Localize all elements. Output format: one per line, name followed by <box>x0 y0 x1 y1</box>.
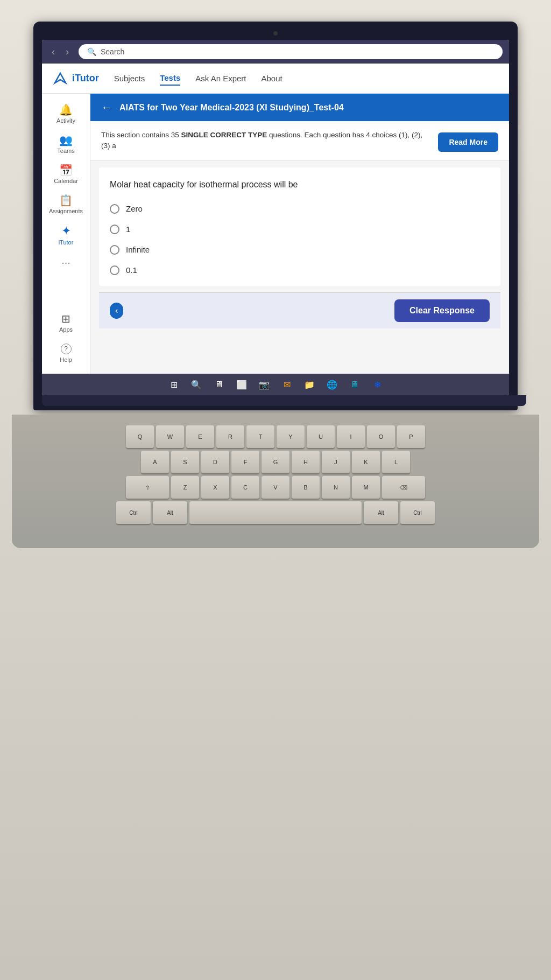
search-placeholder: Search <box>101 47 124 56</box>
key-h[interactable]: H <box>292 451 320 473</box>
option-list: Zero 1 Infinite <box>110 204 490 275</box>
key-q[interactable]: Q <box>126 425 154 448</box>
taskbar-search-icon[interactable]: 🔍 <box>189 377 204 392</box>
option-radio-d[interactable] <box>110 265 119 275</box>
test-title: AIATS for Two Year Medical-2023 (XI Stud… <box>119 103 344 113</box>
itutor-logo-icon <box>53 71 68 86</box>
taskbar-camera-icon[interactable]: 📷 <box>257 377 272 392</box>
sidebar-item-apps[interactable]: ⊞ Apps <box>45 309 88 337</box>
key-l[interactable]: L <box>382 451 410 473</box>
bottom-action-bar: ‹ Clear Response <box>99 292 500 328</box>
key-u[interactable]: U <box>307 425 335 448</box>
browser-chrome: ‹ › 🔍 Search <box>42 40 509 64</box>
key-r[interactable]: R <box>216 425 244 448</box>
key-j[interactable]: J <box>322 451 350 473</box>
sidebar-item-calendar[interactable]: 📅 Calendar <box>45 160 88 188</box>
sidebar-item-help[interactable]: ? Help <box>45 339 88 367</box>
sidebar-more[interactable]: ··· <box>57 252 75 273</box>
taskbar-edge-icon[interactable]: 🌐 <box>324 377 340 392</box>
key-alt-r[interactable]: Alt <box>364 501 398 524</box>
address-bar[interactable]: 🔍 Search <box>79 44 503 59</box>
key-backspace[interactable]: ⌫ <box>382 476 425 499</box>
taskbar-taskview-icon[interactable]: 🖥 <box>211 377 227 392</box>
chevron-left-icon: ‹ <box>115 306 118 316</box>
taskbar-dropbox-icon[interactable]: ❄ <box>370 377 385 392</box>
content-area: ← AIATS for Two Year Medical-2023 (XI St… <box>90 94 509 374</box>
key-space[interactable] <box>189 501 362 524</box>
key-c[interactable]: C <box>231 476 259 499</box>
keyboard-row-3: ⇧ Z X C V B N M ⌫ <box>33 476 518 499</box>
key-d[interactable]: D <box>201 451 229 473</box>
info-content: This section contains 35 SINGLE CORRECT … <box>101 131 422 150</box>
key-ctrl[interactable]: Ctrl <box>116 501 151 524</box>
sidebar: 🔔 Activity 👥 Teams 📅 Calendar 📋 Assignme… <box>42 94 90 374</box>
taskbar-mail-icon[interactable]: ✉ <box>279 377 294 392</box>
screen-bezel: ‹ › 🔍 Search iTutor Subjects Tests <box>33 22 518 410</box>
help-icon: ? <box>61 344 72 354</box>
key-y[interactable]: Y <box>277 425 305 448</box>
key-t[interactable]: T <box>246 425 274 448</box>
key-i[interactable]: I <box>337 425 365 448</box>
option-radio-b[interactable] <box>110 225 119 234</box>
sidebar-label-assignments: Assignments <box>49 208 83 214</box>
calendar-icon: 📅 <box>59 165 73 176</box>
app-logo: iTutor <box>53 71 99 86</box>
taskbar-start-button[interactable]: ⊞ <box>166 377 181 392</box>
back-button[interactable]: ← <box>101 101 112 114</box>
key-g[interactable]: G <box>262 451 289 473</box>
key-b[interactable]: B <box>292 476 320 499</box>
screen: ‹ › 🔍 Search iTutor Subjects Tests <box>42 40 509 395</box>
app-name: iTutor <box>72 73 99 84</box>
sidebar-item-assignments[interactable]: 📋 Assignments <box>45 191 88 219</box>
key-z[interactable]: Z <box>171 476 199 499</box>
clear-response-button[interactable]: Clear Response <box>394 299 490 322</box>
sidebar-label-help: Help <box>60 356 72 363</box>
taskbar-files-icon[interactable]: 📁 <box>302 377 317 392</box>
windows-taskbar: ⊞ 🔍 🖥 ⬜ 📷 ✉ 📁 🌐 🖥 ❄ <box>42 374 509 395</box>
key-w[interactable]: W <box>156 425 184 448</box>
key-shift[interactable]: ⇧ <box>126 476 169 499</box>
nav-subjects[interactable]: Subjects <box>114 72 145 85</box>
info-text: This section contains 35 SINGLE CORRECT … <box>101 130 438 152</box>
key-a[interactable]: A <box>141 451 169 473</box>
sidebar-label-calendar: Calendar <box>54 178 78 184</box>
nav-back-button[interactable]: ‹ <box>48 45 58 59</box>
nav-ask-expert[interactable]: Ask An Expert <box>195 72 246 85</box>
option-item-c[interactable]: Infinite <box>110 245 490 255</box>
option-item-d[interactable]: 0.1 <box>110 265 490 275</box>
app-navbar: iTutor Subjects Tests Ask An Expert Abou… <box>42 64 509 94</box>
key-e[interactable]: E <box>186 425 214 448</box>
key-o[interactable]: O <box>367 425 395 448</box>
key-f[interactable]: F <box>231 451 259 473</box>
key-m[interactable]: M <box>352 476 380 499</box>
key-v[interactable]: V <box>262 476 289 499</box>
nav-toggle-button[interactable]: ‹ <box>110 303 123 319</box>
option-label-b: 1 <box>126 225 130 234</box>
key-x[interactable]: X <box>201 476 229 499</box>
test-header-bar: ← AIATS for Two Year Medical-2023 (XI St… <box>90 94 509 121</box>
key-k[interactable]: K <box>352 451 380 473</box>
sidebar-label-itutor: iTutor <box>59 239 74 246</box>
sidebar-item-activity[interactable]: 🔔 Activity <box>45 100 88 128</box>
key-p[interactable]: P <box>397 425 425 448</box>
option-item-b[interactable]: 1 <box>110 225 490 234</box>
taskbar-store-icon[interactable]: 🖥 <box>347 377 362 392</box>
key-ctrl-r[interactable]: Ctrl <box>400 501 435 524</box>
sidebar-label-teams: Teams <box>57 148 74 154</box>
taskbar-widgets-icon[interactable]: ⬜ <box>234 377 249 392</box>
option-item-a[interactable]: Zero <box>110 204 490 214</box>
nav-about[interactable]: About <box>262 72 282 85</box>
main-layout: 🔔 Activity 👥 Teams 📅 Calendar 📋 Assignme… <box>42 94 509 374</box>
key-n[interactable]: N <box>322 476 350 499</box>
sidebar-item-teams[interactable]: 👥 Teams <box>45 130 88 158</box>
key-s[interactable]: S <box>171 451 199 473</box>
nav-tests[interactable]: Tests <box>160 71 180 86</box>
keyboard-row-1: Q W E R T Y U I O P <box>33 425 518 448</box>
key-alt[interactable]: Alt <box>153 501 187 524</box>
option-radio-c[interactable] <box>110 245 119 255</box>
read-more-button[interactable]: Read More <box>438 132 498 152</box>
sidebar-item-itutor[interactable]: ✦ iTutor <box>45 221 88 250</box>
nav-forward-button[interactable]: › <box>62 45 72 59</box>
camera-dot <box>273 31 278 36</box>
option-radio-a[interactable] <box>110 204 119 214</box>
